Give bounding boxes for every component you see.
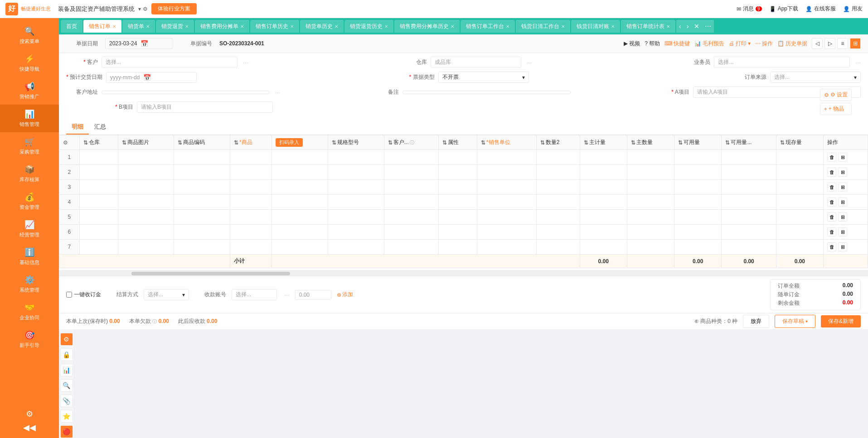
row-2-unit[interactable] [477, 165, 536, 180]
tab-sales-order-history-close[interactable]: ✕ [290, 24, 294, 29]
shortcut-btn[interactable]: ⌨ 快捷键 [664, 40, 690, 48]
row-2-available2[interactable] [722, 165, 776, 180]
tab-order-workbench-close[interactable]: ✕ [506, 24, 509, 29]
row-1-product[interactable] [230, 150, 272, 165]
row-4-main-qty[interactable] [627, 195, 674, 210]
row-3-main-qty[interactable] [627, 180, 674, 195]
tab-sales-invoice[interactable]: 销货单 ✕ [122, 20, 155, 33]
row-6-code[interactable] [174, 225, 230, 240]
trial-button[interactable]: 体验行业方案 [151, 3, 197, 14]
tab-prev-btn[interactable]: ‹ [676, 20, 684, 33]
row-7-warehouse[interactable] [79, 240, 118, 255]
table-row[interactable]: 7 🗑 ⊞ [59, 240, 868, 255]
th-image[interactable]: ⇅商品图片 [118, 135, 174, 150]
row-2-customer[interactable] [384, 165, 438, 180]
tab-home[interactable]: 首页 [61, 20, 82, 33]
row-4-qty2[interactable] [536, 195, 580, 210]
row-4-ops[interactable]: 🗑 ⊞ [824, 195, 868, 210]
sidebar-item-collab[interactable]: 🤝 企业协同 [0, 298, 59, 326]
table-row[interactable]: 2 🗑 ⊞ [59, 165, 868, 180]
app-download-item[interactable]: 📱 App下载 [769, 5, 798, 13]
row-6-customer[interactable] [384, 225, 438, 240]
row-1-spec[interactable] [328, 150, 384, 165]
sidebar-item-inventory[interactable]: 📦 库存核算 [0, 160, 59, 188]
row-5-customer[interactable] [384, 210, 438, 225]
row-4-warehouse[interactable] [79, 195, 118, 210]
tab-return-history[interactable]: 销货退货历史 ✕ [344, 20, 393, 33]
tab-cash-workbench[interactable]: 钱货日清工作台 ✕ [516, 20, 570, 33]
tab-sales-return[interactable]: 销货退货 ✕ [156, 20, 194, 33]
table-row[interactable]: 3 🗑 ⊞ [59, 180, 868, 195]
pay-method-select[interactable]: 选择... ▾ [144, 289, 189, 300]
row-5-main-unit[interactable] [580, 210, 627, 225]
row-4-attr[interactable] [438, 195, 477, 210]
right-panel-star-icon[interactable]: ⭐ [60, 410, 73, 423]
row-7-scan[interactable] [272, 240, 328, 255]
row-5-attr[interactable] [438, 210, 477, 225]
address-input[interactable] [102, 91, 269, 94]
row-2-qty2[interactable] [536, 165, 580, 180]
row-7-attr[interactable] [438, 240, 477, 255]
row-6-attr[interactable] [438, 225, 477, 240]
system-dropdown-icon[interactable]: ▾ [138, 6, 141, 12]
sidebar-item-guide[interactable]: 🎯 新手引导 [0, 326, 59, 353]
order-source-select[interactable]: 选择... ▾ [770, 72, 861, 83]
row-2-delete-btn[interactable]: 🗑 [827, 168, 836, 177]
ops-btn[interactable]: ⋯ 操作 [755, 40, 773, 48]
row-5-copy-btn[interactable]: ⊞ [838, 212, 847, 221]
customer-dots[interactable]: ··· [243, 59, 248, 66]
row-1-image[interactable] [118, 150, 174, 165]
th-unit[interactable]: ⇅*销售单位 [477, 135, 536, 150]
tab-expense-history[interactable]: 销售费用分摊单历史 ✕ [394, 20, 460, 33]
tab-order-workbench[interactable]: 销售订单工作台 ✕ [461, 20, 515, 33]
row-5-current[interactable] [776, 210, 823, 225]
row-6-ops[interactable]: 🗑 ⊞ [824, 225, 868, 240]
row-3-warehouse[interactable] [79, 180, 118, 195]
row-4-delete-btn[interactable]: 🗑 [827, 197, 836, 207]
row-6-available[interactable] [674, 225, 722, 240]
video-btn[interactable]: ▶ 视频 [624, 40, 640, 48]
tab-detail[interactable]: 明细 [66, 120, 89, 135]
tab-close-all-btn[interactable]: ✕ [691, 20, 702, 33]
row-6-current[interactable] [776, 225, 823, 240]
row-2-scan[interactable] [272, 165, 328, 180]
tab-invoice-history[interactable]: 销货单历史 ✕ [300, 20, 344, 33]
th-gear[interactable]: ⚙ [59, 135, 80, 150]
warehouse-input[interactable]: 成品库 [431, 57, 521, 68]
header-icon-btn-2[interactable]: ▷ [824, 38, 835, 49]
row-6-main-unit[interactable] [580, 225, 627, 240]
sidebar-item-operations[interactable]: 📈 经营管理 [0, 215, 59, 243]
right-panel-alert-icon[interactable]: 🔴 [60, 425, 73, 438]
row-7-ops[interactable]: 🗑 ⊞ [824, 240, 868, 255]
row-6-product[interactable] [230, 225, 272, 240]
row-4-main-unit[interactable] [580, 195, 627, 210]
th-product[interactable]: ⇅*商品 [230, 135, 272, 150]
th-current[interactable]: ⇅现存量 [776, 135, 823, 150]
row-2-attr[interactable] [438, 165, 477, 180]
row-6-delete-btn[interactable]: 🗑 [827, 227, 836, 236]
tab-expense-history-close[interactable]: ✕ [451, 24, 454, 29]
right-panel-settings-icon[interactable]: ⚙ [60, 333, 73, 346]
row-4-spec[interactable] [328, 195, 384, 210]
staff-input[interactable]: 选择... [714, 57, 850, 68]
row-4-product[interactable] [230, 195, 272, 210]
tab-invoice-history-close[interactable]: ✕ [335, 24, 338, 29]
row-1-attr[interactable] [438, 150, 477, 165]
row-6-image[interactable] [118, 225, 174, 240]
profit-btn[interactable]: 📊 毛利预告 [694, 40, 724, 48]
row-5-image[interactable] [118, 210, 174, 225]
row-3-customer[interactable] [384, 180, 438, 195]
add-payment-btn[interactable]: ⊕ 添加 [337, 291, 353, 298]
header-icon-btn-1[interactable]: ◁ [812, 38, 823, 49]
row-3-available2[interactable] [722, 180, 776, 195]
row-7-qty2[interactable] [536, 240, 580, 255]
row-5-ops[interactable]: 🗑 ⊞ [824, 210, 868, 225]
calendar-icon[interactable]: 📅 [141, 40, 148, 47]
th-warehouse[interactable]: ⇅仓库 [79, 135, 118, 150]
row-1-unit[interactable] [477, 150, 536, 165]
right-panel-lock-icon[interactable]: 🔒 [60, 348, 73, 361]
row-1-ops[interactable]: 🗑 ⊞ [824, 150, 868, 165]
row-3-unit[interactable] [477, 180, 536, 195]
online-service-item[interactable]: 👤 在线客服 [805, 5, 836, 13]
row-3-ops[interactable]: 🗑 ⊞ [824, 180, 868, 195]
